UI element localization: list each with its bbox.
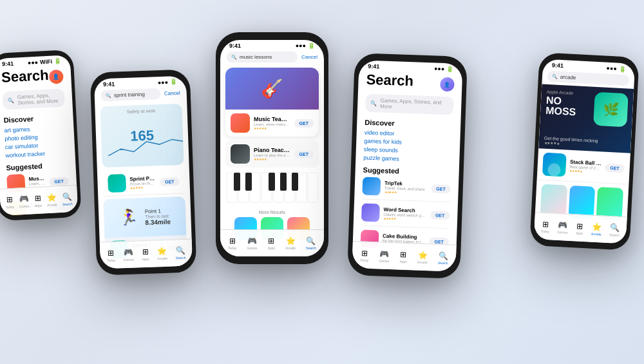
search-input-sprint[interactable]: 🔍 sprint training (101, 88, 161, 101)
stars-piano: ★★★★★ (254, 157, 290, 161)
get-btn-stack[interactable]: GET (605, 163, 625, 173)
music-teacher-image: 🎸 (225, 68, 319, 110)
tab-search-5[interactable]: 🔍Search (609, 223, 620, 237)
svg-rect-10 (269, 173, 275, 191)
nomoss-info: Get the good times rocking ★★★★★ (544, 136, 626, 149)
app-info-piano: Piano Teacher Learn to play the piano ★★… (254, 147, 290, 161)
tab-today-3[interactable]: ⊞Today (228, 236, 236, 250)
tab-arcade-2[interactable]: ⭐Arcade (157, 247, 168, 261)
suggested-title-4: Suggested (363, 166, 451, 177)
piano-keys-svg (225, 171, 319, 204)
sprint-hero: Safety at work 165 (100, 104, 184, 168)
discover-title-4: Discover (365, 119, 453, 129)
search-icon-4: 🔍 (370, 101, 377, 106)
suggested-title-1: Suggested (6, 161, 68, 172)
app-icon-sprint-pacer (108, 174, 126, 193)
tab-arcade-1[interactable]: ⭐Arcade (46, 193, 57, 207)
get-btn-music-3[interactable]: GET (294, 119, 314, 128)
sprint-hero-label: Safety at work (100, 108, 182, 115)
search-icon-2: 🔍 (106, 93, 111, 98)
discover-video-editor[interactable]: video editor (365, 129, 453, 139)
app-row-trip: TripTek Travel, track, and share ★★★★★ G… (362, 177, 451, 203)
tab-bar-5: ⊞Today 🎮Games ⊞Apps ⭐Arcade 🔍Search (534, 212, 627, 244)
nomoss-hero: Apple Arcade NOMOSS 🌿 Get the good times… (538, 84, 634, 153)
tab-search-3[interactable]: 🔍Search (306, 236, 316, 250)
get-btn-word[interactable]: GET (430, 211, 450, 220)
tab-arcade-5-active[interactable]: ⭐Arcade (591, 222, 602, 236)
tab-games-3[interactable]: 🎮Games (247, 236, 257, 250)
discover-puzzle-games[interactable]: puzzle games (363, 155, 451, 164)
search-query-3: music lessons (240, 54, 272, 60)
app-icon-trip (362, 177, 381, 196)
app-info-music-3: Music Teacher Learn, show instruments ★★… (254, 116, 290, 130)
search-bar-1[interactable]: 🔍 Games, Apps, Stories, and More (2, 89, 64, 110)
tab-apps-1[interactable]: ⊞Apps (34, 194, 42, 208)
tab-apps-3[interactable]: ⊞Apps (268, 236, 275, 250)
tab-today-5[interactable]: ⊞Today (541, 220, 550, 234)
svg-rect-11 (280, 173, 287, 191)
scene: 9:41 ●●● WiFi 🔋 Search 👤 🔍 Games, Apps, … (0, 0, 644, 364)
music-teacher-info: Music Teacher Learn, show instruments ★★… (225, 110, 319, 137)
tab-today-2[interactable]: ⊞Today (106, 249, 115, 262)
app-info-trip: TripTek Travel, track, and share ★★★★★ (384, 180, 427, 195)
nomoss-title-area: Apple Arcade NOMOSS (545, 90, 592, 119)
tab-today-1[interactable]: ⊞Today (5, 195, 14, 209)
get-btn-music-1[interactable]: GET (49, 177, 69, 186)
svg-rect-9 (245, 173, 252, 191)
get-btn-trip[interactable]: GET (431, 184, 451, 193)
piano-keys-visual (225, 171, 319, 204)
search-query-5: arcade (560, 74, 576, 81)
phone-1-screen: 9:41 ●●● WiFi 🔋 Search 👤 🔍 Games, Apps, … (0, 55, 78, 216)
phone-4-content: Search 👤 🔍 Games, Apps, Stories, and Mor… (352, 72, 462, 260)
page-title-4: Search (366, 72, 413, 90)
phone-2: 9:41 ●●● 🔋 🔍 sprint training Cancel Safe… (90, 69, 197, 275)
phone-3: 9:41 ●●● 🔋 🔍 music lessons Cancel 🎸 (216, 32, 328, 264)
tab-bar-4: ⊞Today 🎮Games ⊞Apps ⭐Arcade 🔍Search (352, 241, 456, 272)
avatar-1: 👤 (49, 70, 64, 84)
tab-search-2[interactable]: 🔍Search (175, 246, 186, 260)
tab-apps-5[interactable]: ⊞Apps (576, 221, 583, 235)
tab-apps-2[interactable]: ⊞Apps (142, 247, 149, 261)
svg-rect-7 (308, 173, 318, 202)
stars-music-3: ★★★★★ (254, 126, 290, 130)
search-icon-3: 🔍 (231, 55, 237, 60)
app-icon-music-3 (231, 113, 250, 133)
get-btn-piano[interactable]: GET (294, 150, 314, 158)
phone-1: 9:41 ●●● WiFi 🔋 Search 👤 🔍 Games, Apps, … (0, 50, 82, 221)
tab-games-5[interactable]: 🎮Games (557, 220, 568, 235)
tab-games-4[interactable]: 🎮Games (379, 249, 390, 263)
stars-sprint-pacer: ★★★★★ (130, 185, 156, 189)
tab-arcade-3[interactable]: ⭐Arcade (285, 236, 296, 250)
phone-5: 9:41 ●●● 🔋 🔍 arcade Apple Arcade NOMOSS (529, 52, 639, 251)
search-bar-4[interactable]: 🔍 Games, Apps, Stories, and More (365, 94, 454, 115)
tab-arcade-4[interactable]: ⭐Arcade (417, 251, 428, 265)
search-icon-5: 🔍 (552, 74, 558, 79)
app-info-sprint-pacer: Sprint Pacer Focus on the heart-rate ★★★… (129, 175, 156, 189)
svg-rect-12 (292, 173, 298, 191)
tab-games-1[interactable]: 🎮Games (19, 195, 30, 209)
cancel-btn-3[interactable]: Cancel (301, 54, 317, 60)
tab-apps-4[interactable]: ⊞Apps (399, 250, 407, 263)
discover-sleep-sounds[interactable]: sleep sounds (364, 146, 452, 156)
search-placeholder-4: Games, Apps, Stories, and More (380, 98, 449, 112)
phone-3-screen: 9:41 ●●● 🔋 🔍 music lessons Cancel 🎸 (220, 40, 324, 256)
phone-4: 9:41 ●●● 🔋 Search 👤 🔍 Games, Apps, Stori… (347, 53, 468, 279)
tab-today-4[interactable]: ⊞Today (360, 249, 369, 262)
tab-games-2[interactable]: 🎮Games (123, 248, 134, 262)
more-results-label: More Results (225, 210, 319, 215)
tab-bar-2: ⊞Today 🎮Games ⊞Apps ⭐Arcade 🔍Search (100, 238, 193, 269)
sprint-pacer-card: Sprint Pacer Focus on the heart-rate ★★★… (102, 169, 185, 196)
app-icon-piano (231, 144, 250, 164)
tab-search-4[interactable]: 🔍Search (438, 251, 449, 265)
search-input-music[interactable]: 🔍 music lessons (227, 52, 298, 62)
app-name-music-3: Music Teacher (254, 116, 290, 122)
app-info-word: Word Search Classic word search game ★★★… (383, 206, 426, 221)
get-btn-sprint-pacer[interactable]: GET (160, 177, 180, 186)
tab-search-1[interactable]: 🔍Search (62, 192, 73, 206)
cancel-btn-2[interactable]: Cancel (164, 90, 180, 97)
search-bar-music: 🔍 music lessons Cancel (220, 52, 324, 62)
status-icons-4: ●●● 🔋 (434, 65, 454, 72)
svg-rect-8 (234, 173, 240, 191)
discover-games-kids[interactable]: games for kids (364, 138, 452, 148)
discover-workout-tracker[interactable]: workout tracker (5, 149, 67, 159)
